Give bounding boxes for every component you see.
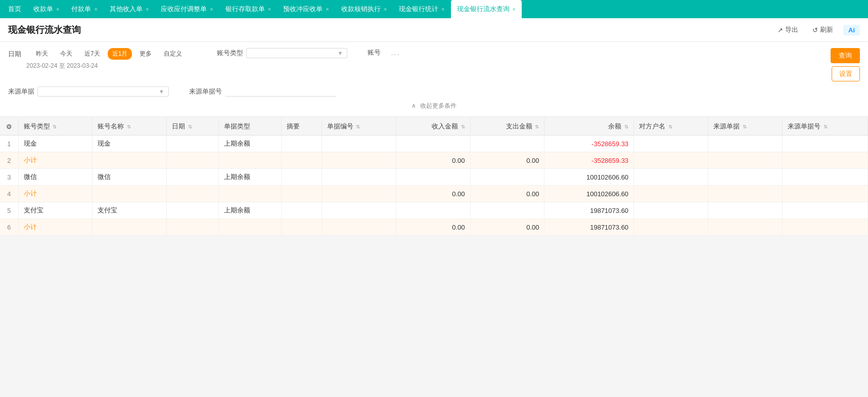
cell-source-doc-no: [782, 169, 867, 186]
cell-account-name: [93, 219, 167, 236]
close-bank-deposit-icon[interactable]: ×: [268, 6, 271, 12]
nav-advance-offset[interactable]: 预收冲应收单 ×: [277, 0, 335, 18]
close-receipt-icon[interactable]: ×: [56, 6, 59, 12]
cell-balance: 100102606.60: [544, 186, 634, 202]
cell-source-doc: [708, 136, 783, 152]
export-icon: ↗: [778, 26, 783, 34]
refresh-icon: ↺: [812, 26, 818, 34]
nav-home[interactable]: 首页: [2, 0, 27, 18]
date-yesterday[interactable]: 昨天: [31, 48, 53, 60]
close-payment-icon[interactable]: ×: [94, 6, 97, 12]
col-account-type[interactable]: 账号类型 ⇅: [18, 118, 93, 136]
col-account-name[interactable]: 账号名称 ⇅: [93, 118, 167, 136]
date-options: 昨天 今天 近7天 近1月 更多 自定义: [31, 48, 187, 60]
date-7days[interactable]: 近7天: [80, 48, 105, 60]
col-source-doc[interactable]: 来源单据 ⇅: [708, 118, 783, 136]
col-balance[interactable]: 余额 ⇅: [544, 118, 634, 136]
col-expense[interactable]: 支出金额 ⇅: [470, 118, 544, 136]
cell-account-type: 现金: [18, 136, 93, 152]
cell-doc-no: [322, 202, 396, 219]
date-label: 日期: [8, 50, 28, 59]
source-doc-no-input[interactable]: [225, 86, 336, 97]
source-doc-label: 来源单据: [8, 87, 34, 96]
query-button[interactable]: 查询: [831, 48, 860, 63]
cell-source-doc-no: [782, 136, 867, 152]
setting-button[interactable]: 设置: [832, 66, 860, 81]
cell-doc-type: [219, 186, 282, 202]
close-other-income-icon[interactable]: ×: [146, 6, 149, 12]
cell-balance: -3528659.33: [544, 152, 634, 169]
account-more-button[interactable]: ...: [391, 49, 400, 57]
cell-income: [396, 136, 470, 152]
nav-receipt[interactable]: 收款单 ×: [27, 0, 65, 18]
data-table-wrap: ⚙ 账号类型 ⇅ 账号名称 ⇅ 日期 ⇅ 单据类型 摘要 单据编号 ⇅ 收入金额…: [0, 118, 868, 236]
ai-button[interactable]: Ai: [843, 25, 860, 35]
cell-summary: [281, 136, 322, 152]
cell-account-type: 微信: [18, 169, 93, 186]
collapse-bar[interactable]: ∧ 收起更多条件: [8, 100, 860, 112]
col-counterpart[interactable]: 对方户名 ⇅: [634, 118, 708, 136]
cell-summary: [281, 202, 322, 219]
close-advance-offset-icon[interactable]: ×: [326, 6, 329, 12]
cell-date: [167, 169, 219, 186]
cell-doc-type: 上期余额: [219, 202, 282, 219]
account-type-select[interactable]: ▼: [246, 48, 347, 58]
export-button[interactable]: ↗ 导出: [773, 23, 802, 36]
table-row: 3 微信 微信 上期余额 100102606.60: [0, 169, 868, 186]
close-receipt-exec-icon[interactable]: ×: [384, 6, 387, 12]
cell-doc-type: 上期余额: [219, 169, 282, 186]
cell-source-doc-no: [782, 152, 867, 169]
cell-counterpart: [634, 152, 708, 169]
table-row: 4 小计 0.00 0.00 100102606.60: [0, 186, 868, 202]
date-1month[interactable]: 近1月: [108, 48, 132, 60]
cell-source-doc: [708, 169, 783, 186]
cell-income: [396, 202, 470, 219]
col-doc-type: 单据类型: [219, 118, 282, 136]
date-custom[interactable]: 自定义: [159, 48, 187, 60]
col-doc-no[interactable]: 单据编号 ⇅: [322, 118, 396, 136]
cell-counterpart: [634, 136, 708, 152]
table-row: 1 现金 现金 上期余额 -3528659.33: [0, 136, 868, 152]
cell-date: [167, 152, 219, 169]
date-today[interactable]: 今天: [56, 48, 77, 60]
cell-account-type: 小计: [18, 152, 93, 169]
cell-account-name: 微信: [93, 169, 167, 186]
col-source-doc-no[interactable]: 来源单据号 ⇅: [782, 118, 867, 136]
close-cash-flow-icon[interactable]: ×: [513, 6, 516, 12]
col-date[interactable]: 日期 ⇅: [167, 118, 219, 136]
cell-date: [167, 186, 219, 202]
data-table: ⚙ 账号类型 ⇅ 账号名称 ⇅ 日期 ⇅ 单据类型 摘要 单据编号 ⇅ 收入金额…: [0, 118, 868, 236]
nav-other-income[interactable]: 其他收入单 ×: [104, 0, 155, 18]
cell-expense: [470, 169, 544, 186]
cell-account-type: 小计: [18, 186, 93, 202]
nav-adjustment[interactable]: 应收应付调整单 ×: [155, 0, 219, 18]
nav-payment[interactable]: 付款单 ×: [65, 0, 103, 18]
cell-expense: 0.00: [470, 219, 544, 236]
cell-balance: 100102606.60: [544, 169, 634, 186]
col-income[interactable]: 收入金额 ⇅: [396, 118, 470, 136]
cell-expense: [470, 136, 544, 152]
col-settings[interactable]: ⚙: [0, 118, 18, 136]
cell-account-type: 支付宝: [18, 202, 93, 219]
cell-counterpart: [634, 169, 708, 186]
close-cash-stats-icon[interactable]: ×: [441, 6, 444, 12]
cell-doc-no: [322, 152, 396, 169]
row-num: 5: [0, 202, 18, 219]
page-title: 现金银行流水查询: [8, 24, 81, 36]
source-doc-select[interactable]: ▼: [37, 86, 169, 97]
cell-doc-type: [219, 219, 282, 236]
cell-expense: [470, 202, 544, 219]
nav-cash-flow[interactable]: 现金银行流水查询 ×: [451, 0, 522, 18]
cell-balance: -3528659.33: [544, 136, 634, 152]
close-adjustment-icon[interactable]: ×: [210, 6, 213, 12]
refresh-button[interactable]: ↺ 刷新: [808, 23, 837, 36]
cell-income: [396, 169, 470, 186]
nav-receipt-exec[interactable]: 收款核销执行 ×: [335, 0, 393, 18]
cell-source-doc: [708, 186, 783, 202]
cell-date: [167, 202, 219, 219]
cell-doc-no: [322, 169, 396, 186]
nav-bank-deposit[interactable]: 银行存取款单 ×: [219, 0, 277, 18]
nav-cash-stats[interactable]: 现金银行统计 ×: [393, 0, 450, 18]
date-more[interactable]: 更多: [135, 48, 156, 60]
cell-doc-no: [322, 219, 396, 236]
